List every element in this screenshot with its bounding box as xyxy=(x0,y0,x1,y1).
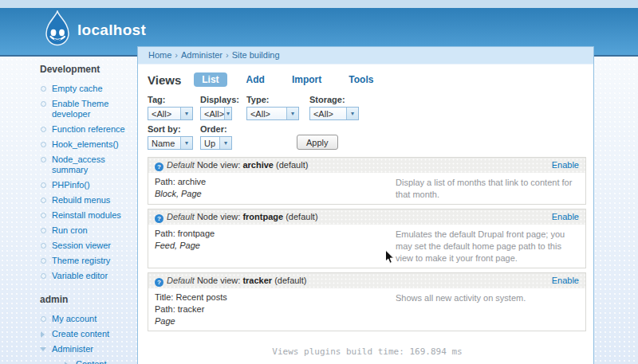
tab-tools[interactable]: Tools xyxy=(341,72,381,87)
sidebar-link[interactable]: Hook_elements() xyxy=(52,139,119,149)
view-displays: Block, Page xyxy=(155,188,396,200)
sidebar-link[interactable]: Content management xyxy=(76,359,127,364)
filter-tag: Tag: <All>▾ xyxy=(148,95,193,120)
tag-select-value: <All> xyxy=(152,109,171,119)
storage-select[interactable]: <All>▾ xyxy=(309,107,359,120)
sidebar-item-theme-registry[interactable]: Theme registry xyxy=(40,256,137,266)
help-icon[interactable]: ? xyxy=(155,214,163,223)
filter-row-2: Sort by: Name▾ Order: Up▾ Apply xyxy=(148,124,587,150)
sidebar-link[interactable]: Administer xyxy=(52,344,93,354)
sidebar-item-run-cron[interactable]: Run cron xyxy=(40,225,137,236)
sidebar-link[interactable]: Node_access summary xyxy=(52,155,105,174)
sidebar-link[interactable]: Create content xyxy=(52,329,109,339)
sidebar-link[interactable]: My account xyxy=(52,314,96,323)
sidebar-item-create-content[interactable]: Create content xyxy=(40,329,137,339)
view-suffix: (default) xyxy=(286,212,317,221)
sort-by-select-value: Name xyxy=(152,139,175,148)
view-kind: Node view: xyxy=(197,160,240,170)
sidebar-link[interactable]: Reinstall modules xyxy=(52,210,121,220)
sidebar-link[interactable]: Session viewer xyxy=(52,241,111,250)
sidebar-link[interactable]: Empty cache xyxy=(52,84,103,93)
chevron-down-icon: ▾ xyxy=(224,108,231,119)
tab-list[interactable]: List xyxy=(194,72,226,87)
views-plugins-build-time: Views plugins build time: 169.894 ms xyxy=(148,342,587,361)
view-row-header: ?Default Node view: archive (default) En… xyxy=(148,158,585,173)
view-badge: Default xyxy=(167,276,195,285)
tab-import[interactable]: Import xyxy=(284,72,329,87)
drupal-logo-icon[interactable] xyxy=(42,10,73,50)
sidebar-link[interactable]: Run cron xyxy=(52,225,88,235)
panel-content: Views List Add Import Tools Tag: <All>▾ … xyxy=(138,65,593,364)
sidebar-section-admin: admin xyxy=(40,294,137,305)
sidebar-item-reinstall-modules[interactable]: Reinstall modules xyxy=(40,210,137,221)
displays-label: Displays: xyxy=(200,95,239,104)
sidebar-item-enable-theme-developer[interactable]: Enable Theme developer xyxy=(40,99,137,119)
view-suffix: (default) xyxy=(274,276,306,285)
view-title: Title: Recent posts xyxy=(155,292,396,303)
sidebar-link[interactable]: Rebuild menus xyxy=(52,195,110,205)
enable-link[interactable]: Enable xyxy=(552,212,579,221)
sidebar-item-empty-cache[interactable]: Empty cache xyxy=(40,84,137,94)
order-select-value: Up xyxy=(204,139,215,148)
sidebar-link[interactable]: Function reference xyxy=(52,124,125,134)
sidebar: Development Empty cache Enable Theme dev… xyxy=(40,64,137,364)
chevron-down-icon: ▾ xyxy=(219,137,231,149)
sidebar-item-content-management[interactable]: Content management xyxy=(64,359,137,364)
view-row-header: ?Default Node view: frontpage (default) … xyxy=(148,209,585,225)
help-icon[interactable]: ? xyxy=(155,278,163,287)
sidebar-item-rebuild-menus[interactable]: Rebuild menus xyxy=(40,195,137,205)
type-select-value: <All> xyxy=(250,109,270,119)
sidebar-link[interactable]: Variable editor xyxy=(52,271,108,280)
sort-by-select[interactable]: Name▾ xyxy=(148,136,193,150)
sidebar-item-hook-elements[interactable]: Hook_elements() xyxy=(40,139,137,150)
breadcrumb: Home›Administer›Site building xyxy=(138,47,593,65)
filter-sort: Sort by: Name▾ xyxy=(148,124,193,150)
help-icon[interactable]: ? xyxy=(155,162,163,171)
breadcrumb-home[interactable]: Home xyxy=(148,50,171,60)
circle-bullet-icon xyxy=(41,157,46,162)
type-select[interactable]: <All>▾ xyxy=(246,107,299,120)
order-label: Order: xyxy=(200,124,232,134)
sidebar-item-variable-editor[interactable]: Variable editor xyxy=(40,271,137,281)
sidebar-item-phpinfo[interactable]: PHPinfo() xyxy=(40,180,137,190)
sort-by-label: Sort by: xyxy=(148,124,193,134)
tab-add[interactable]: Add xyxy=(238,72,273,87)
circle-bullet-icon xyxy=(41,273,46,279)
sidebar-item-node-access-summary[interactable]: Node_access summary xyxy=(40,155,137,175)
enable-link[interactable]: Enable xyxy=(552,276,579,285)
sidebar-link[interactable]: PHPinfo() xyxy=(52,180,90,190)
breadcrumb-administer[interactable]: Administer xyxy=(181,50,223,60)
admin-menu: My account Create content Administer Con… xyxy=(40,314,137,364)
view-row-header: ?Default Node view: tracker (default) En… xyxy=(148,273,585,288)
breadcrumb-site-building[interactable]: Site building xyxy=(232,50,280,60)
page: localhost Development Empty cache Enable… xyxy=(0,0,638,364)
apply-button[interactable]: Apply xyxy=(297,135,338,150)
order-select[interactable]: Up▾ xyxy=(200,136,232,150)
storage-select-value: <All> xyxy=(313,109,333,119)
type-label: Type: xyxy=(246,95,299,104)
filter-storage: Storage: <All>▾ xyxy=(309,95,359,120)
sidebar-link[interactable]: Theme registry xyxy=(52,256,110,265)
development-menu: Empty cache Enable Theme developer Funct… xyxy=(40,84,137,281)
chevron-down-icon: ▾ xyxy=(180,108,192,119)
enable-link[interactable]: Enable xyxy=(552,160,579,170)
view-badge: Default xyxy=(167,212,195,221)
sidebar-item-session-viewer[interactable]: Session viewer xyxy=(40,241,137,251)
sidebar-item-administer[interactable]: Administer xyxy=(40,344,137,354)
filter-order: Order: Up▾ xyxy=(200,124,232,150)
filter-apply: Apply xyxy=(297,135,338,151)
sidebar-item-my-account[interactable]: My account xyxy=(40,314,137,324)
tag-select[interactable]: <All>▾ xyxy=(148,107,193,120)
view-badge: Default xyxy=(167,160,195,170)
displays-select-value: <All> xyxy=(204,109,224,119)
sidebar-section-development: Development xyxy=(40,64,137,75)
view-path: Path: archive xyxy=(155,176,396,188)
filter-displays: Displays: <All>▾ xyxy=(200,95,239,120)
displays-select[interactable]: <All>▾ xyxy=(200,107,232,120)
sidebar-item-function-reference[interactable]: Function reference xyxy=(40,124,137,135)
view-row-body: Title: Recent posts Path: tracker Page S… xyxy=(148,288,585,331)
site-name[interactable]: localhost xyxy=(77,22,146,39)
page-title: Views xyxy=(148,73,181,87)
sidebar-link[interactable]: Enable Theme developer xyxy=(52,99,108,119)
view-suffix: (default) xyxy=(276,160,308,170)
